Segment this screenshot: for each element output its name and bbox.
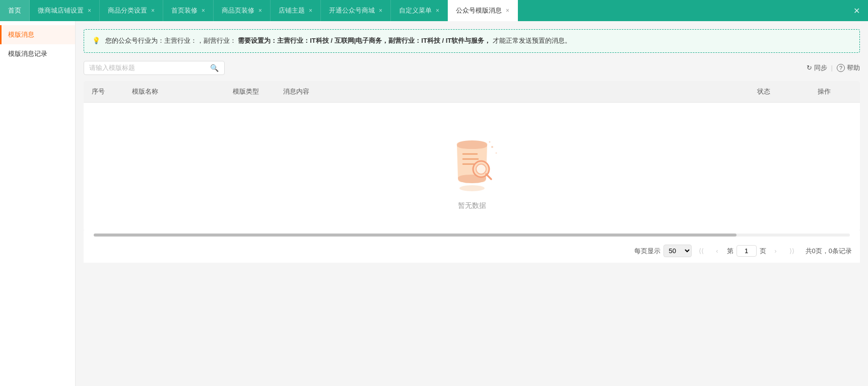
sync-icon: ↻ <box>807 64 812 71</box>
pagination: 每页显示 102050100 ⟨⟨ ‹ 第 页 › ⟩⟩ 共0页，0条记录 <box>84 240 860 263</box>
total-text: 共0页，0条记录 <box>806 247 852 256</box>
svg-point-8 <box>495 152 497 153</box>
help-label: 帮助 <box>847 63 860 72</box>
sidebar: 模版消息模版消息记录 <box>0 21 76 386</box>
search-icon[interactable]: 🔍 <box>210 64 219 72</box>
last-page-button[interactable]: ⟩⟩ <box>785 245 798 258</box>
toolbar-divider: | <box>831 64 833 71</box>
empty-state: 暂无数据 <box>84 103 860 230</box>
nav-tab-8[interactable]: 公众号模版消息× <box>448 0 518 21</box>
nav-tab-4[interactable]: 商品页装修× <box>214 0 271 21</box>
close-all-button[interactable]: ✕ <box>845 6 868 16</box>
svg-point-9 <box>489 141 490 142</box>
col-action: 操作 <box>810 81 860 103</box>
data-table: 序号 模版名称 模版类型 消息内容 状态 操作 <box>84 81 860 230</box>
top-navigation: 首页微商城店铺设置×商品分类设置×首页装修×商品页装修×店铺主题×开通公众号商城… <box>0 0 868 21</box>
help-icon: ? <box>837 64 845 72</box>
sidebar-item-0[interactable]: 模版消息 <box>0 25 75 44</box>
svg-point-7 <box>491 146 493 148</box>
notice-highlight: 需要设置为：主营行业：IT科技 / 互联网|电子商务，副营行业：IT科技 / I… <box>238 37 491 44</box>
notice-prefix: 您的公众号行业为：主营行业：，副营行业： <box>105 37 236 44</box>
search-bar: 🔍 ↻ 同步 | ? 帮助 <box>84 61 860 75</box>
col-index: 序号 <box>84 81 124 103</box>
main-layout: 模版消息模版消息记录 💡 您的公众号行业为：主营行业：，副营行业： 需要设置为：… <box>0 21 868 386</box>
notice-banner: 💡 您的公众号行业为：主营行业：，副营行业： 需要设置为：主营行业：IT科技 /… <box>84 29 860 53</box>
content-area: 💡 您的公众号行业为：主营行业：，副营行业： 需要设置为：主营行业：IT科技 /… <box>76 21 868 386</box>
nav-tab-0[interactable]: 首页 <box>0 0 30 21</box>
nav-tab-1[interactable]: 微商城店铺设置× <box>30 0 100 21</box>
sync-button[interactable]: ↻ 同步 <box>807 63 827 72</box>
tab-close-6[interactable]: × <box>379 7 382 14</box>
next-page-button[interactable]: › <box>769 245 782 258</box>
help-button[interactable]: ? 帮助 <box>837 63 860 72</box>
nav-tab-5[interactable]: 店铺主题× <box>271 0 321 21</box>
notice-icon: 💡 <box>92 37 100 44</box>
prev-page-button[interactable]: ‹ <box>711 245 724 258</box>
col-content: 消息内容 <box>275 81 749 103</box>
horizontal-scrollbar[interactable] <box>84 230 860 240</box>
svg-point-0 <box>459 185 485 191</box>
sync-label: 同步 <box>814 63 827 72</box>
nav-tab-3[interactable]: 首页装修× <box>163 0 214 21</box>
empty-text: 暂无数据 <box>458 201 486 210</box>
scroll-track[interactable] <box>94 234 850 237</box>
col-status: 状态 <box>749 81 810 103</box>
toolbar-right: ↻ 同步 | ? 帮助 <box>807 63 860 72</box>
tab-close-7[interactable]: × <box>436 7 439 14</box>
tab-close-8[interactable]: × <box>506 7 509 14</box>
page-size-label: 每页显示 <box>634 247 660 256</box>
page-word: 页 <box>760 247 766 256</box>
tab-close-4[interactable]: × <box>258 7 262 14</box>
search-input[interactable] <box>89 64 210 71</box>
tab-close-1[interactable]: × <box>88 7 91 14</box>
notice-suffix: 才能正常发送预置的消息。 <box>493 37 571 44</box>
scroll-thumb[interactable] <box>94 234 737 237</box>
tab-close-5[interactable]: × <box>309 7 312 14</box>
nav-tab-6[interactable]: 开通公众号商城× <box>321 0 391 21</box>
tab-close-3[interactable]: × <box>202 7 205 14</box>
page-size-select[interactable]: 102050100 <box>663 245 692 257</box>
sidebar-item-1[interactable]: 模版消息记录 <box>0 44 75 63</box>
nav-tab-2[interactable]: 商品分类设置× <box>100 0 163 21</box>
tab-close-2[interactable]: × <box>151 7 155 14</box>
page-word-before: 第 <box>727 247 733 256</box>
col-name: 模版名称 <box>124 81 225 103</box>
table-header-row: 序号 模版名称 模版类型 消息内容 状态 操作 <box>84 81 860 103</box>
first-page-button[interactable]: ⟨⟨ <box>695 245 708 258</box>
page-input[interactable] <box>737 245 757 257</box>
svg-point-5 <box>476 164 486 174</box>
nav-tab-7[interactable]: 自定义菜单× <box>391 0 448 21</box>
empty-illustration <box>442 133 502 193</box>
col-type: 模版类型 <box>225 81 275 103</box>
svg-line-6 <box>486 174 491 179</box>
search-input-wrapper[interactable]: 🔍 <box>84 61 225 75</box>
